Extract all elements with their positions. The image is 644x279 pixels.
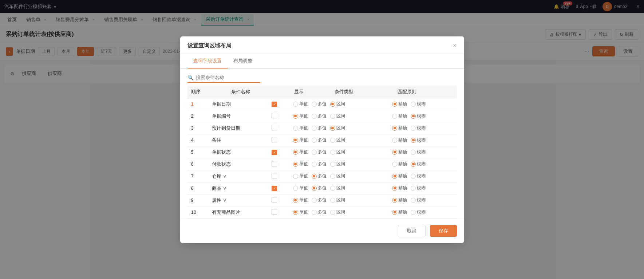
radio-label: 区间	[336, 137, 345, 143]
match-radio-模糊[interactable]: 模糊	[411, 137, 426, 143]
type-radio-多值[interactable]: 多值	[312, 125, 327, 131]
radio-dot	[411, 198, 416, 203]
radio-label: 区间	[336, 125, 345, 131]
cell-display[interactable]	[268, 218, 289, 219]
order-num: 1	[191, 101, 194, 107]
match-radio-模糊[interactable]: 模糊	[411, 185, 426, 191]
match-radio-精确[interactable]: 精确	[392, 161, 407, 167]
display-checkbox[interactable]	[272, 186, 277, 191]
display-checkbox[interactable]	[272, 125, 277, 130]
display-checkbox[interactable]	[272, 161, 277, 166]
match-radio-精确[interactable]: 精确	[392, 137, 407, 143]
cell-type: 单值多值区间	[289, 122, 389, 134]
display-checkbox[interactable]	[272, 209, 277, 215]
match-radio-模糊[interactable]: 模糊	[411, 125, 426, 131]
type-radio-单值[interactable]: 单值	[293, 185, 308, 191]
radio-label: 多值	[318, 137, 327, 143]
display-checkbox[interactable]	[272, 150, 277, 155]
match-radio-精确[interactable]: 精确	[392, 101, 407, 107]
match-radio-模糊[interactable]: 模糊	[411, 101, 426, 107]
type-radio-单值[interactable]: 单值	[293, 101, 308, 107]
radio-label: 模糊	[417, 125, 426, 131]
type-radio-多值[interactable]: 多值	[312, 173, 327, 179]
modal-tabs: 查询字段设置 布局调整	[180, 54, 464, 69]
match-radio-精确[interactable]: 精确	[392, 149, 407, 155]
modal-tab-query-fields[interactable]: 查询字段设置	[187, 54, 228, 68]
type-radio-多值[interactable]: 多值	[312, 209, 327, 215]
match-radio-模糊[interactable]: 模糊	[411, 113, 426, 119]
cancel-button[interactable]: 取消	[398, 225, 426, 237]
radio-dot	[312, 210, 317, 215]
modal-tab-layout[interactable]: 布局调整	[228, 54, 258, 68]
cell-display[interactable]	[268, 206, 289, 218]
cell-display[interactable]	[268, 170, 289, 182]
type-radio-单值[interactable]: 单值	[293, 209, 308, 215]
save-button[interactable]: 保存	[430, 225, 457, 237]
type-radio-区间[interactable]: 区间	[330, 137, 345, 143]
match-radio-精确[interactable]: 精确	[392, 125, 407, 131]
type-radio-区间[interactable]: 区间	[330, 113, 345, 119]
type-radio-多值[interactable]: 多值	[312, 161, 327, 167]
type-radio-多值[interactable]: 多值	[312, 185, 327, 191]
match-radio-模糊[interactable]: 模糊	[411, 161, 426, 167]
cell-match: 精确模糊	[388, 122, 457, 134]
table-row: 4备注单值多值区间精确模糊	[187, 134, 457, 146]
type-radio-区间[interactable]: 区间	[330, 197, 345, 203]
radio-label: 多值	[318, 149, 327, 155]
type-radio-单值[interactable]: 单值	[293, 173, 308, 179]
cell-display[interactable]	[268, 98, 289, 110]
modal-table-wrap: 顺序 条件名称 显示 条件类型 匹配原则 1单据日期单值多值区间精确模糊2单据编…	[180, 86, 464, 219]
match-radio-精确[interactable]: 精确	[392, 113, 407, 119]
type-radio-单值[interactable]: 单值	[293, 149, 308, 155]
type-radio-区间[interactable]: 区间	[330, 209, 345, 215]
cell-display[interactable]	[268, 134, 289, 146]
type-radio-多值[interactable]: 多值	[312, 137, 327, 143]
search-input[interactable]	[196, 75, 258, 80]
cell-display[interactable]	[268, 110, 289, 122]
cell-order: 11	[187, 218, 209, 219]
type-radio-单值[interactable]: 单值	[293, 197, 308, 203]
type-radio-多值[interactable]: 多值	[312, 113, 327, 119]
cell-type: 单值多值区间	[289, 146, 389, 158]
match-radio-模糊[interactable]: 模糊	[411, 173, 426, 179]
cell-display[interactable]	[268, 158, 289, 170]
type-radio-group: 单值多值区间	[293, 125, 385, 131]
type-radio-单值[interactable]: 单值	[293, 125, 308, 131]
match-radio-精确[interactable]: 精确	[392, 185, 407, 191]
modal-close-button[interactable]: ×	[453, 42, 457, 49]
type-radio-多值[interactable]: 多值	[312, 149, 327, 155]
cell-type: 单值多值区间	[289, 98, 389, 110]
match-radio-模糊[interactable]: 模糊	[411, 197, 426, 203]
type-radio-区间[interactable]: 区间	[330, 185, 345, 191]
type-radio-单值[interactable]: 单值	[293, 113, 308, 119]
cell-match: 精确模糊	[388, 146, 457, 158]
type-radio-区间[interactable]: 区间	[330, 161, 345, 167]
cell-display[interactable]	[268, 194, 289, 206]
match-radio-group: 精确模糊	[392, 185, 453, 191]
match-radio-模糊[interactable]: 模糊	[411, 149, 426, 155]
type-radio-区间[interactable]: 区间	[330, 149, 345, 155]
cell-display[interactable]	[268, 146, 289, 158]
display-checkbox[interactable]	[272, 137, 277, 142]
cell-display[interactable]	[268, 182, 289, 194]
display-checkbox[interactable]	[272, 102, 277, 107]
radio-dot	[392, 210, 397, 215]
type-radio-多值[interactable]: 多值	[312, 101, 327, 107]
display-checkbox[interactable]	[272, 197, 277, 203]
radio-label: 精确	[398, 161, 407, 167]
cell-display[interactable]	[268, 122, 289, 134]
cell-name: 单据日期	[208, 98, 268, 110]
type-radio-多值[interactable]: 多值	[312, 197, 327, 203]
type-radio-区间[interactable]: 区间	[330, 101, 345, 107]
match-radio-精确[interactable]: 精确	[392, 197, 407, 203]
match-radio-模糊[interactable]: 模糊	[411, 209, 426, 215]
radio-dot	[293, 210, 298, 215]
type-radio-单值[interactable]: 单值	[293, 137, 308, 143]
type-radio-单值[interactable]: 单值	[293, 161, 308, 167]
display-checkbox[interactable]	[272, 173, 277, 178]
match-radio-精确[interactable]: 精确	[392, 209, 407, 215]
type-radio-区间[interactable]: 区间	[330, 125, 345, 131]
type-radio-区间[interactable]: 区间	[330, 173, 345, 179]
match-radio-精确[interactable]: 精确	[392, 173, 407, 179]
display-checkbox[interactable]	[272, 113, 277, 118]
